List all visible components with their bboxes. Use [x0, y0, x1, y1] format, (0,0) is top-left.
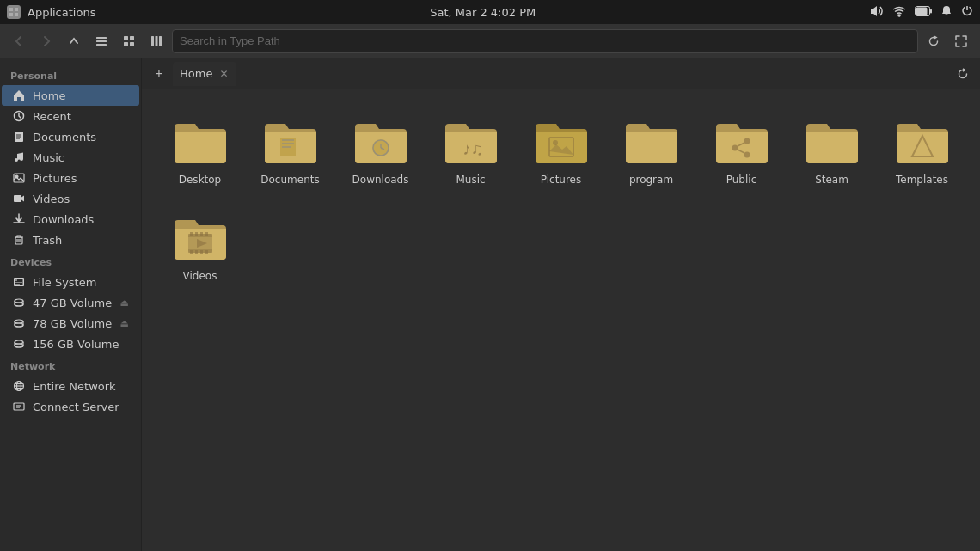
volume-icon[interactable] [870, 5, 884, 20]
videos-icon [12, 192, 26, 205]
topbar-datetime: Sat, Mar 2 4:02 PM [102, 6, 863, 19]
personal-section-label: Personal [0, 64, 141, 85]
sidebar-item-videos[interactable]: Videos [2, 188, 139, 209]
file-label-pictures: Pictures [541, 174, 582, 187]
sidebar-item-47gb[interactable]: 47 GB Volume ⏏ [2, 292, 139, 313]
sidebar-item-78gb[interactable]: 78 GB Volume ⏏ [2, 313, 139, 334]
sidebar-label-trash: Trash [33, 234, 62, 247]
svg-point-37 [15, 299, 23, 303]
music-icon [12, 150, 26, 164]
file-item-public[interactable]: Public [701, 107, 782, 194]
toolbar-refresh-button[interactable] [922, 29, 946, 53]
sidebar-label-filesystem: File System [33, 276, 96, 289]
svg-point-23 [15, 158, 18, 162]
svg-point-42 [15, 344, 23, 347]
file-item-templates[interactable]: Templates [881, 107, 963, 194]
expand-button[interactable] [949, 29, 973, 53]
svg-rect-8 [96, 37, 107, 39]
file-label-videos: Videos [183, 270, 217, 284]
sidebar-label-downloads: Downloads [33, 213, 94, 226]
svg-rect-6 [930, 9, 932, 13]
sidebar-item-pictures[interactable]: Pictures [2, 168, 139, 188]
svg-point-41 [15, 340, 23, 344]
wifi-icon[interactable] [892, 5, 906, 20]
sidebar-item-music[interactable]: Music [2, 147, 139, 168]
power-icon[interactable] [961, 5, 973, 20]
search-input[interactable] [172, 29, 918, 53]
sidebar-item-entire-network[interactable]: Entire Network [2, 376, 139, 396]
file-item-desktop[interactable]: Desktop [159, 107, 241, 194]
sidebar-item-connect-server[interactable]: Connect Server [2, 396, 139, 417]
filesystem-icon [12, 275, 26, 289]
network-section-label: Network [0, 354, 141, 376]
sidebar-item-recent[interactable]: Recent [2, 106, 139, 126]
bell-icon[interactable] [940, 5, 952, 20]
file-item-steam[interactable]: Steam [791, 107, 873, 194]
svg-rect-9 [96, 40, 107, 42]
file-label-public: Public [726, 174, 757, 187]
sidebar-item-documents[interactable]: Documents [2, 126, 139, 147]
sidebar-item-downloads[interactable]: Downloads [2, 209, 139, 230]
file-label-templates: Templates [896, 174, 948, 187]
sidebar-item-home[interactable]: Home [2, 85, 139, 106]
file-item-music[interactable]: ♪♫ Music [430, 107, 511, 194]
svg-point-39 [15, 320, 23, 323]
content-refresh-button[interactable] [952, 64, 973, 84]
svg-point-62 [732, 145, 738, 151]
sidebar-label-recent: Recent [33, 110, 71, 123]
devices-section-label: Devices [0, 250, 141, 272]
svg-rect-36 [15, 284, 20, 285]
view-columns-button[interactable] [144, 29, 168, 53]
file-item-pictures[interactable]: Pictures [520, 107, 602, 194]
file-item-documents[interactable]: Documents [249, 107, 331, 194]
main-layout: Personal Home Recent Documents Music [0, 58, 980, 551]
sidebar-label-156gb: 156 GB Volume [33, 338, 119, 351]
sidebar-label-pictures: Pictures [33, 172, 77, 185]
svg-point-4 [898, 15, 900, 16]
sidebar-label-documents: Documents [33, 131, 96, 144]
view-list-button[interactable] [89, 29, 113, 53]
eject-47gb-icon[interactable]: ⏏ [120, 297, 129, 309]
file-item-videos[interactable]: Videos [159, 203, 241, 291]
topbar-system-icons [870, 5, 973, 20]
tab-home-label: Home [180, 67, 212, 80]
tab-close-button[interactable]: ✕ [217, 67, 230, 81]
svg-rect-14 [130, 42, 134, 46]
folder-icon-documents [263, 113, 318, 168]
home-icon [12, 89, 26, 102]
tab-home[interactable]: Home ✕ [173, 62, 236, 86]
eject-78gb-icon[interactable]: ⏏ [120, 318, 129, 329]
47gb-icon [12, 296, 26, 309]
sidebar-label-home: Home [33, 89, 65, 102]
back-button[interactable] [7, 29, 31, 53]
sidebar-label-music: Music [33, 151, 64, 164]
new-tab-button[interactable]: + [149, 64, 169, 84]
file-label-downloads: Downloads [352, 174, 409, 187]
svg-rect-53 [282, 143, 294, 144]
downloads-icon [12, 212, 26, 226]
sidebar-item-filesystem[interactable]: File System [2, 272, 139, 292]
svg-point-61 [553, 140, 558, 145]
svg-rect-27 [14, 195, 21, 202]
sidebar-item-156gb[interactable]: 156 GB Volume [2, 334, 139, 354]
folder-icon-program [624, 113, 679, 168]
folder-icon-downloads [353, 113, 408, 168]
topbar: Applications Sat, Mar 2 4:02 PM [0, 0, 980, 24]
view-grid-button[interactable] [117, 29, 141, 53]
svg-rect-10 [96, 44, 107, 46]
file-item-downloads[interactable]: Downloads [340, 107, 421, 194]
pictures-icon [12, 171, 26, 185]
forward-button[interactable] [34, 29, 58, 53]
content-area: + Home ✕ Desktop [142, 58, 980, 551]
file-item-program[interactable]: program [610, 107, 692, 194]
svg-point-64 [744, 152, 750, 158]
svg-rect-3 [15, 13, 18, 16]
svg-rect-70 [190, 232, 193, 236]
svg-rect-72 [200, 232, 203, 236]
svg-rect-2 [9, 13, 13, 16]
up-button[interactable] [62, 29, 86, 53]
trash-icon [12, 233, 26, 247]
svg-text:♪♫: ♪♫ [462, 139, 484, 158]
sidebar-item-trash[interactable]: Trash [2, 230, 139, 250]
78gb-icon [12, 316, 26, 330]
